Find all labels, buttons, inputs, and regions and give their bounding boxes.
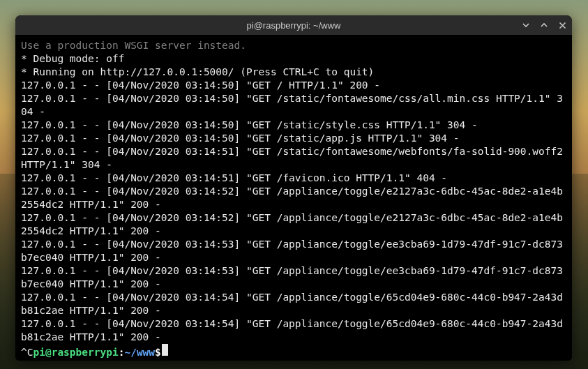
log-line: 127.0.0.1 - - [04/Nov/2020 03:14:54] "GE… [21,291,566,317]
log-line: 127.0.0.1 - - [04/Nov/2020 03:14:50] "GE… [21,79,566,92]
log-line: 127.0.0.1 - - [04/Nov/2020 03:14:50] "GE… [21,119,566,132]
interrupt-text: ^C [21,346,33,359]
log-line: 127.0.0.1 - - [04/Nov/2020 03:14:53] "GE… [21,238,566,264]
prompt-user-host: pi@raspberrypi [33,346,118,359]
window-controls [520,15,568,35]
close-icon[interactable] [557,20,568,31]
log-line: 127.0.0.1 - - [04/Nov/2020 03:14:54] "GE… [21,317,566,344]
prompt-line: ^Cpi@raspberrypi:~/www $ [21,344,566,359]
maximize-icon[interactable] [538,20,550,31]
log-line: 127.0.0.1 - - [04/Nov/2020 03:14:52] "GE… [21,211,566,238]
minimize-icon[interactable] [520,20,532,31]
cursor-icon [162,344,168,356]
log-line: * Debug mode: off [21,52,566,66]
prompt-colon: : [119,346,125,359]
log-line: 127.0.0.1 - - [04/Nov/2020 03:14:50] "GE… [21,92,566,119]
terminal-body[interactable]: Use a production WSGI server instead. * … [15,35,572,361]
log-line: 127.0.0.1 - - [04/Nov/2020 03:14:51] "GE… [21,145,566,172]
log-line: 127.0.0.1 - - [04/Nov/2020 03:14:53] "GE… [21,264,566,291]
prompt-symbol: $ [155,346,161,359]
window-title: pi@raspberrypi: ~/www [247,20,341,31]
terminal-window: pi@raspberrypi: ~/www Use a production W… [15,15,572,361]
prompt-path: ~/www [124,346,155,359]
log-line: 127.0.0.1 - - [04/Nov/2020 03:14:51] "GE… [21,172,566,185]
log-line: Use a production WSGI server instead. [21,39,566,52]
log-line: 127.0.0.1 - - [04/Nov/2020 03:14:52] "GE… [21,185,566,211]
titlebar[interactable]: pi@raspberrypi: ~/www [15,15,572,35]
log-line: 127.0.0.1 - - [04/Nov/2020 03:14:50] "GE… [21,132,566,145]
log-line: * Running on http://127.0.0.1:5000/ (Pre… [21,66,566,79]
